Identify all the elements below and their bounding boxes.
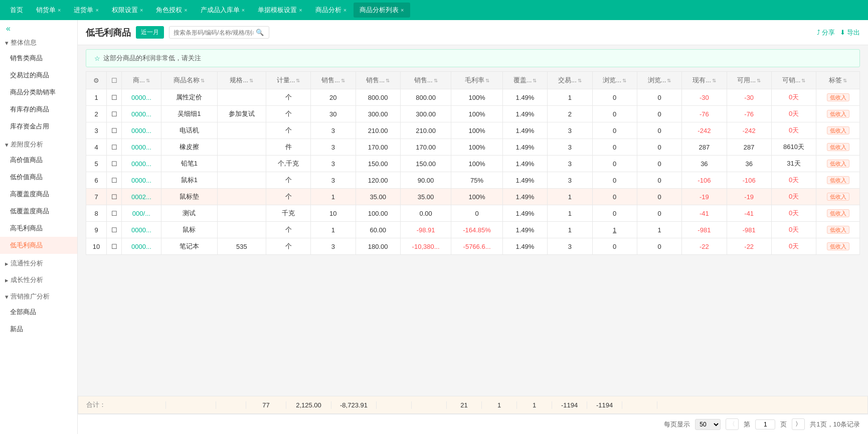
cell-sales2: 150.00	[356, 156, 400, 172]
th-code[interactable]: 商...⇅	[122, 72, 161, 89]
th-sales1[interactable]: 销售...⇅	[311, 72, 356, 89]
th-sales2[interactable]: 销售...⇅	[356, 72, 400, 89]
th-view2[interactable]: 浏览...⇅	[637, 72, 681, 89]
th-stock3[interactable]: 可销...⇅	[771, 72, 816, 89]
sidebar-group-growth[interactable]: 成长性分析	[0, 270, 77, 287]
sidebar-group-marketing[interactable]: 营销推广分析	[0, 287, 77, 304]
cell-stock3: 0天	[771, 89, 816, 106]
cell-checkbox[interactable]: ☐	[107, 156, 122, 172]
nav-close-sales[interactable]: ×	[58, 7, 61, 13]
table-wrapper[interactable]: ⚙ ☐ 商...⇅ 商品名称⇅ 规格...⇅ 计量...⇅ 销售...⇅ 销售.…	[78, 71, 868, 396]
sidebar-item-sales-products[interactable]: 销售类商品	[0, 50, 77, 67]
th-unit[interactable]: 计量...⇅	[266, 72, 310, 89]
nav-roles[interactable]: 角色授权 ×	[150, 3, 193, 18]
sidebar-item-low-value[interactable]: 低价值商品	[0, 169, 77, 186]
sidebar-item-high-coverage[interactable]: 高覆盖度商品	[0, 186, 77, 203]
footer-empty4	[377, 401, 412, 409]
cell-code[interactable]: 0000...	[122, 89, 161, 106]
total-info: 共1页，10条记录	[810, 420, 860, 429]
cell-spec	[217, 89, 266, 106]
cell-code[interactable]: 0000...	[122, 172, 161, 189]
th-gross[interactable]: 毛利率⇅	[451, 72, 503, 89]
cell-code[interactable]: 0000...	[122, 156, 161, 172]
cell-code[interactable]: 0000...	[122, 106, 161, 122]
cell-sales3: 90.00	[400, 172, 451, 189]
cell-checkbox[interactable]: ☐	[107, 139, 122, 156]
cell-checkbox[interactable]: ☐	[107, 106, 122, 122]
nav-product-analysis[interactable]: 商品分析 ×	[309, 3, 353, 18]
alert-icon: ☆	[94, 55, 100, 62]
nav-close-permissions[interactable]: ×	[140, 7, 143, 13]
nav-product-analysis-list[interactable]: 商品分析列表 ×	[354, 3, 410, 18]
cell-code[interactable]: 000/...	[122, 205, 161, 222]
cell-sales3: 150.00	[400, 156, 451, 172]
sidebar-collapse-btn[interactable]: «	[4, 24, 13, 33]
current-page-input[interactable]	[755, 419, 775, 429]
cell-sales2: 180.00	[356, 238, 400, 255]
cell-checkbox[interactable]: ☐	[107, 189, 122, 205]
cell-stock1: -30	[682, 89, 727, 106]
cell-stock3: 0天	[771, 172, 816, 189]
th-stock1[interactable]: 现有...⇅	[682, 72, 727, 89]
sidebar-item-low-coverage[interactable]: 低覆盖度商品	[0, 203, 77, 220]
sidebar-item-high-value[interactable]: 高价值商品	[0, 152, 77, 169]
cell-cover: 1.49%	[502, 106, 547, 122]
cell-checkbox[interactable]: ☐	[107, 89, 122, 106]
sidebar-item-traded-products[interactable]: 交易过的商品	[0, 67, 77, 84]
th-checkbox[interactable]: ☐	[107, 72, 122, 89]
sidebar-group-coverage[interactable]: 差附度分析	[0, 135, 77, 152]
cell-checkbox[interactable]: ☐	[107, 205, 122, 222]
sidebar-item-low-margin[interactable]: 低毛利商品	[0, 237, 77, 254]
th-cover[interactable]: 覆盖...⇅	[502, 72, 547, 89]
cell-stock2: -106	[727, 172, 771, 189]
prev-page-btn[interactable]: 〈	[726, 418, 739, 430]
sidebar-group-overall[interactable]: 整体信息	[0, 33, 77, 50]
nav-template-settings[interactable]: 单据模板设置 ×	[252, 3, 308, 18]
cell-checkbox[interactable]: ☐	[107, 222, 122, 238]
nav-sales[interactable]: 销货单 ×	[30, 3, 67, 18]
th-stock2[interactable]: 可用...⇅	[727, 72, 771, 89]
nav-purchase[interactable]: 进货单 ×	[68, 3, 104, 18]
nav-permissions[interactable]: 权限设置 ×	[106, 3, 149, 18]
th-settings[interactable]: ⚙	[86, 72, 107, 89]
cell-sales2: 120.00	[356, 172, 400, 189]
cell-checkbox[interactable]: ☐	[107, 122, 122, 139]
next-page-btn[interactable]: 〉	[792, 418, 805, 430]
th-tag[interactable]: 标签⇅	[816, 72, 860, 89]
share-btn[interactable]: ⤴ 分享	[817, 28, 835, 37]
th-name[interactable]: 商品名称⇅	[161, 72, 217, 89]
sidebar-item-high-margin[interactable]: 高毛利商品	[0, 220, 77, 237]
cell-code[interactable]: 0002...	[122, 189, 161, 205]
cell-view1: 0	[592, 122, 637, 139]
cell-code[interactable]: 0000...	[122, 139, 161, 156]
cell-checkbox[interactable]: ☐	[107, 238, 122, 255]
cell-code[interactable]: 0000...	[122, 238, 161, 255]
cell-checkbox[interactable]: ☐	[107, 172, 122, 189]
sidebar-item-category-rate[interactable]: 商品分类助销率	[0, 84, 77, 101]
nav-close-purchase[interactable]: ×	[95, 7, 98, 13]
sidebar-item-all-products[interactable]: 全部商品	[0, 304, 77, 321]
sidebar-item-inventory-capital[interactable]: 库存资金占用	[0, 118, 77, 135]
cell-stock3: 0天	[771, 222, 816, 238]
date-filter-btn[interactable]: 近一月	[136, 26, 164, 39]
search-input[interactable]	[173, 29, 254, 36]
th-view1[interactable]: 浏览...⇅	[592, 72, 637, 89]
sidebar-item-new-products[interactable]: 新品	[0, 321, 77, 338]
nav-home[interactable]: 首页	[4, 3, 29, 18]
th-spec[interactable]: 规格...⇅	[217, 72, 266, 89]
sidebar-group-circulation[interactable]: 流通性分析	[0, 254, 77, 270]
th-trade[interactable]: 交易...⇅	[548, 72, 592, 89]
nav-close-template[interactable]: ×	[299, 7, 302, 13]
cell-code[interactable]: 0000...	[122, 122, 161, 139]
sidebar-item-stocked-products[interactable]: 有库存的商品	[0, 101, 77, 118]
nav-close-roles[interactable]: ×	[184, 7, 187, 13]
export-btn[interactable]: ⬇ 导出	[840, 28, 860, 37]
page-size-select[interactable]: 50 100 200	[695, 419, 721, 430]
nav-close-product-entry[interactable]: ×	[242, 7, 245, 13]
cell-code[interactable]: 0000...	[122, 222, 161, 238]
nav-close-product-analysis[interactable]: ×	[343, 7, 346, 13]
nav-close-product-analysis-list[interactable]: ×	[401, 7, 404, 13]
search-icon[interactable]: 🔍	[256, 29, 264, 36]
nav-product-entry[interactable]: 产成品入库单 ×	[195, 3, 251, 18]
th-sales3[interactable]: 销售...⇅	[400, 72, 451, 89]
